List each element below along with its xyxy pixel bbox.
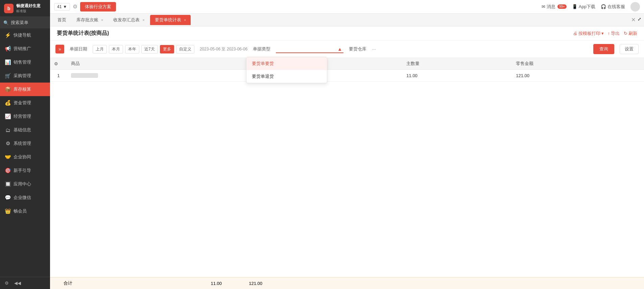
store-selector[interactable]: 41 ▼ — [54, 3, 70, 10]
menu-label-12: 企业微信 — [14, 195, 31, 201]
sidebar-item-库存核算[interactable]: 📦库存核算 — [0, 83, 50, 96]
collapse-icon[interactable]: ◀◀ — [14, 281, 21, 286]
warehouse-label: 要货仓库 — [349, 46, 366, 52]
row-product-0: ████████ — [67, 70, 248, 82]
table-body: 1 ████████ 块 11.00 121.00 — [50, 70, 644, 82]
table-footer: 合计 11.00 121.00 — [50, 277, 644, 289]
tab-close-2[interactable]: × — [142, 18, 144, 22]
tab-close-3[interactable]: × — [184, 18, 186, 22]
sidebar-item-采购管理[interactable]: 🛒采购管理 — [0, 69, 50, 83]
sidebar-item-资金管理[interactable]: 💰资金管理 — [0, 96, 50, 110]
footer-total-label: 合计 — [50, 280, 158, 286]
user-avatar[interactable] — [630, 2, 640, 12]
main: 41 ▼ ⚙ 体验行业方案 ✉ 消息 99+ 📱 App下载 🎧 在线客服 — [50, 0, 644, 289]
sidebar-item-应用中心[interactable]: 🔲应用中心 — [0, 177, 50, 191]
sidebar-logo: b 畅捷通好生意 标准版 — [0, 0, 50, 17]
menu-label-0: 快捷导航 — [14, 32, 31, 38]
tab-2[interactable]: 收发存汇总表× — [109, 15, 149, 25]
menu-icon-11: 🔲 — [5, 181, 11, 187]
col-header-product: 商品 — [67, 58, 248, 70]
export-action[interactable]: ↑ 导出 — [608, 30, 620, 37]
refresh-action[interactable]: ↻ 刷新 — [624, 30, 637, 37]
tab-0[interactable]: 首页 — [53, 15, 71, 25]
date-btn-4[interactable]: 更多 — [160, 45, 174, 53]
logo-icon: b — [4, 4, 14, 13]
print-action[interactable]: 🖨 按模板打印 ▾ — [573, 30, 604, 37]
tab-close-1[interactable]: × — [101, 18, 103, 22]
menu-label-3: 采购管理 — [14, 73, 31, 79]
date-btn-2[interactable]: 本年 — [125, 45, 139, 53]
close-all-icon[interactable]: ✕ — [631, 17, 636, 23]
topbar-settings-icon[interactable]: ⚙ — [73, 3, 77, 10]
sidebar-bottom: ⚙ ◀◀ — [0, 277, 50, 289]
row-amount-0[interactable]: 121.00 — [512, 70, 644, 82]
menu-icon-10: 🎯 — [5, 168, 11, 174]
sidebar-item-基础信息[interactable]: 🗂基础信息 — [0, 123, 50, 137]
sidebar-menu: ⚡快捷导航📢营销推广📊销售管理🛒采购管理📦库存核算💰资金管理📈经营管理🗂基础信息… — [0, 28, 50, 277]
sidebar-item-营销推广[interactable]: 📢营销推广 — [0, 42, 50, 55]
message-group[interactable]: ✉ 消息 99+ — [542, 4, 567, 10]
tab-label-3: 要货单统计表 — [155, 17, 181, 23]
app-download-group[interactable]: 📱 App下载 — [572, 4, 595, 10]
sidebar-search[interactable]: 🔍 搜索菜单 — [0, 17, 50, 28]
date-range: 2023-05-06 至 2023-06-06 — [200, 46, 247, 52]
message-icon: ✉ — [542, 4, 545, 9]
row-num-0: 1 — [50, 70, 67, 82]
maximize-icon[interactable]: ⤢ — [638, 17, 641, 23]
warehouse-more-icon[interactable]: ··· — [372, 46, 376, 52]
set-button[interactable]: 设置 — [620, 44, 639, 54]
chevron-up-icon[interactable]: ▲ — [337, 46, 342, 52]
phone-icon: 📱 — [572, 4, 577, 9]
menu-icon-7: 🗂 — [5, 127, 11, 133]
footer-quantity: 11.00 — [158, 281, 226, 286]
menu-icon-3: 🛒 — [5, 73, 11, 79]
tab-3[interactable]: 要货单统计表× — [150, 15, 191, 25]
online-service-group[interactable]: 🎧 在线客服 — [601, 4, 625, 10]
sidebar-item-销售管理[interactable]: 📊销售管理 — [0, 55, 50, 69]
dropdown-item-0[interactable]: 要货单要货 — [246, 57, 327, 70]
menu-icon-1: 📢 — [5, 46, 11, 52]
menu-label-9: 企业协同 — [14, 154, 31, 160]
date-btn-1[interactable]: 本月 — [109, 45, 123, 53]
online-service-label: 在线客服 — [607, 4, 625, 10]
col-header-settings: ⚙ — [50, 58, 67, 70]
menu-label-7: 基础信息 — [14, 127, 31, 133]
page-header: 要货单统计表(按商品) 🖨 按模板打印 ▾ ↑ 导出 ↻ 刷新 — [50, 26, 644, 41]
page-content: 要货单统计表(按商品) 🖨 按模板打印 ▾ ↑ 导出 ↻ 刷新 » — [50, 26, 644, 289]
print-icon: 🖨 — [573, 31, 577, 36]
tab-label-1: 库存批次账 — [76, 17, 98, 23]
menu-label-6: 经营管理 — [14, 113, 31, 119]
tab-1[interactable]: 库存批次账× — [72, 15, 108, 25]
filter-bar: » 单据日期 上月本月本年近7天更多自定义 2023-05-06 至 2023-… — [50, 41, 644, 58]
settings-icon[interactable]: ⚙ — [5, 281, 9, 286]
date-btn-0[interactable]: 上月 — [93, 45, 107, 53]
page-actions: 🖨 按模板打印 ▾ ↑ 导出 ↻ 刷新 — [573, 30, 638, 37]
dropdown-item-1[interactable]: 要货单退货 — [246, 70, 327, 83]
sidebar-item-企业微信[interactable]: 💬企业微信 — [0, 191, 50, 204]
store-name: 41 — [57, 4, 62, 9]
sidebar-item-新手引导[interactable]: 🎯新手引导 — [0, 164, 50, 177]
menu-label-10: 新手引导 — [14, 168, 31, 174]
trial-button[interactable]: 体验行业方案 — [80, 2, 116, 12]
menu-icon-2: 📊 — [5, 59, 11, 65]
menu-label-4: 库存核算 — [14, 86, 31, 92]
table-wrapper: ⚙商品主计量单位主数量零售金额 1 ████████ 块 11.00 121.0… — [50, 58, 644, 277]
menu-icon-13: 👑 — [5, 208, 11, 214]
query-button[interactable]: 查询 — [593, 44, 614, 54]
sidebar-item-经营管理[interactable]: 📈经营管理 — [0, 110, 50, 123]
sidebar-item-畅会员[interactable]: 👑畅会员 — [0, 204, 50, 218]
notification-badge: 99+ — [557, 4, 567, 9]
date-label: 单据日期 — [70, 46, 87, 52]
date-btn-3[interactable]: 近7天 — [141, 45, 158, 53]
refresh-icon: ↻ — [624, 31, 627, 36]
menu-label-11: 应用中心 — [14, 181, 31, 187]
filter-expand-button[interactable]: » — [55, 45, 64, 53]
sidebar-item-系统管理[interactable]: ⚙系统管理 — [0, 137, 50, 150]
row-quantity-0[interactable]: 11.00 — [402, 70, 512, 82]
logo-text: 畅捷通好生意 标准版 — [16, 3, 41, 13]
sidebar-item-快捷导航[interactable]: ⚡快捷导航 — [0, 28, 50, 42]
date-btn-5[interactable]: 自定义 — [176, 45, 194, 53]
chevron-down-icon: ▾ — [601, 31, 604, 36]
type-input[interactable] — [276, 45, 343, 53]
sidebar-item-企业协同[interactable]: 🤝企业协同 — [0, 150, 50, 164]
